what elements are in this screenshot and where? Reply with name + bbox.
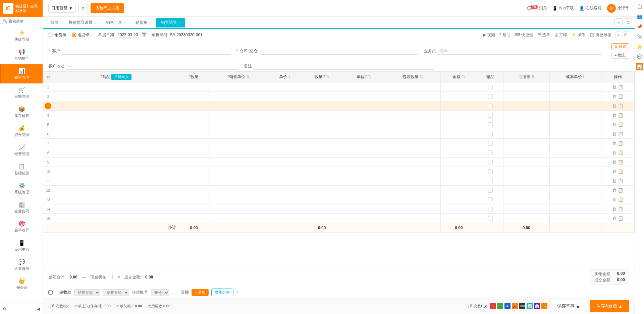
sidebar-item-guide[interactable]: 🎯 新手引导 — [0, 217, 43, 236]
cell-unit2-9[interactable] — [343, 158, 385, 167]
cell-pack-7[interactable] — [385, 139, 440, 148]
cell-pack-5[interactable] — [385, 120, 440, 129]
tab-price-setting[interactable]: 售价提取设置 × — [64, 18, 101, 27]
toolbar-video[interactable]: ▶ 视频 — [483, 32, 495, 38]
settings-icon[interactable]: ⚙ — [3, 307, 6, 311]
restore-tabs-btn[interactable]: ⊡ — [624, 18, 632, 26]
cell-amount-11[interactable] — [440, 176, 477, 186]
product-input-2[interactable] — [55, 94, 177, 99]
sidebar-search[interactable]: 🔍 搜索菜单 — [0, 17, 43, 26]
copy-btn-10[interactable]: 📋 — [618, 169, 623, 174]
sidebar-item-operation[interactable]: 📈 经营管理 — [0, 141, 43, 160]
cell-cost-13[interactable] — [549, 195, 601, 204]
cell-qty2-13[interactable] — [301, 195, 343, 204]
product-input-14[interactable] — [55, 207, 177, 211]
cell-gift-8[interactable] — [477, 148, 503, 158]
cell-qty2-9[interactable] — [301, 158, 343, 167]
sidebar-item-quick-nav[interactable]: ⚡ 快捷导航 — [0, 26, 43, 45]
cell-qty2-10[interactable] — [301, 167, 343, 176]
cell-unit2-11[interactable] — [343, 176, 385, 186]
cell-unit2-5[interactable] — [343, 120, 385, 129]
cell-qty2-6[interactable] — [301, 129, 343, 139]
copy-btn-9[interactable]: 📋 — [618, 160, 623, 165]
copy-btn-6[interactable]: 📋 — [618, 131, 623, 136]
right-panel-btn-1[interactable]: 📋 — [636, 3, 643, 10]
grid-view-btn[interactable]: ⊞ — [623, 32, 629, 38]
sidebar-item-system[interactable]: ⚙️ 系统管理 — [0, 179, 43, 198]
cell-amount-5[interactable] — [440, 120, 477, 129]
cell-avail-12[interactable] — [503, 186, 549, 195]
cell-gift-12[interactable] — [477, 186, 503, 195]
cell-unit-7[interactable] — [209, 139, 268, 148]
cell-price-8[interactable] — [268, 148, 301, 158]
cell-unit-9[interactable] — [209, 158, 268, 167]
cell-price-11[interactable] — [268, 176, 301, 186]
cell-product-5[interactable] — [53, 120, 179, 129]
copy-btn-3[interactable]: 📋 — [618, 103, 623, 108]
cell-unit2-13[interactable] — [343, 195, 385, 204]
cell-pack-2[interactable] — [385, 92, 440, 101]
cell-unit2-12[interactable] — [343, 186, 385, 195]
cell-price-12[interactable] — [268, 186, 301, 195]
save-draft-btn[interactable]: 保存草稿 ▲ — [550, 300, 587, 312]
remark-input[interactable] — [254, 62, 434, 70]
cell-qty2-15[interactable] — [301, 214, 343, 223]
cell-qty2-14[interactable] — [301, 204, 343, 214]
cell-amount-1[interactable] — [440, 82, 477, 92]
cell-product-1[interactable] — [53, 82, 179, 92]
cell-unit2-4[interactable] — [343, 111, 385, 120]
trial-btn[interactable]: 体验行业方案 — [91, 3, 124, 13]
cell-unit-14[interactable] — [209, 204, 268, 214]
cell-price-9[interactable] — [268, 158, 301, 167]
s-icon-7[interactable]: 👔 — [534, 303, 540, 309]
sidebar-item-marketing[interactable]: 📢 营销推广 — [0, 45, 43, 64]
cell-product-2[interactable] — [53, 92, 179, 101]
cell-pack-10[interactable] — [385, 167, 440, 176]
sidebar-item-wechat[interactable]: 💬 企业微信 — [0, 255, 43, 274]
tab-close-sales-return[interactable]: × — [178, 21, 180, 24]
list-view-btn[interactable]: ≡ — [615, 32, 621, 38]
cell-qty-3[interactable] — [179, 101, 209, 111]
right-panel-btn-7[interactable]: 📊 — [636, 63, 643, 70]
tab-sales-return[interactable]: 销货退货 × — [156, 18, 185, 27]
cell-pack-11[interactable] — [385, 176, 440, 186]
sidebar-item-enterprise[interactable]: 🏢 企业协同 — [0, 198, 43, 217]
cell-unit2-3[interactable] — [343, 101, 385, 111]
cell-product-7[interactable] — [53, 139, 179, 148]
cell-gift-4[interactable] — [477, 111, 503, 120]
collapse-icon[interactable]: ◀ — [37, 307, 40, 311]
cell-product-9[interactable] — [53, 158, 179, 167]
sidebar-item-finance[interactable]: 💰 资金管理 — [0, 122, 43, 141]
cell-cost-4[interactable] — [549, 111, 601, 120]
toolbar-shortcut[interactable]: ⌨ 快捷键 — [515, 32, 533, 38]
fee-split-btn[interactable]: 费用分摊 — [211, 289, 233, 296]
toolbar-help[interactable]: ? 帮助 — [499, 32, 511, 38]
notification-item[interactable]: 💬 70 消息 — [527, 5, 547, 11]
cell-cost-15[interactable] — [549, 214, 601, 223]
scan-btn[interactable]: 扫码录入 — [111, 74, 131, 80]
cell-product-12[interactable] — [53, 186, 179, 195]
cell-qty2-3[interactable] — [301, 101, 343, 111]
product-input-8[interactable] — [55, 150, 177, 155]
cell-unit-15[interactable] — [209, 214, 268, 223]
cell-qty-9[interactable] — [179, 158, 209, 167]
tab-close-sales-order[interactable]: × — [123, 21, 125, 24]
cell-qty-10[interactable] — [179, 167, 209, 176]
cell-product-8[interactable] — [53, 148, 179, 158]
s-icon-8[interactable]: ✍ — [541, 303, 547, 309]
cell-price-2[interactable] — [268, 92, 301, 101]
cell-avail-5[interactable] — [503, 120, 549, 129]
cell-gift-9[interactable] — [477, 158, 503, 167]
cell-pack-6[interactable] — [385, 129, 440, 139]
cell-avail-13[interactable] — [503, 195, 549, 204]
product-input-7[interactable] — [55, 141, 177, 146]
cell-cost-10[interactable] — [549, 167, 601, 176]
cell-gift-15[interactable] — [477, 214, 503, 223]
cell-qty-6[interactable] — [179, 129, 209, 139]
cell-amount-14[interactable] — [440, 204, 477, 214]
cell-unit-4[interactable] — [209, 111, 268, 120]
copy-btn-4[interactable]: 📋 — [618, 113, 623, 118]
copy-btn-14[interactable]: 📋 — [618, 206, 623, 211]
cell-avail-9[interactable] — [503, 158, 549, 167]
radio-return[interactable]: 退货单 — [72, 32, 90, 38]
